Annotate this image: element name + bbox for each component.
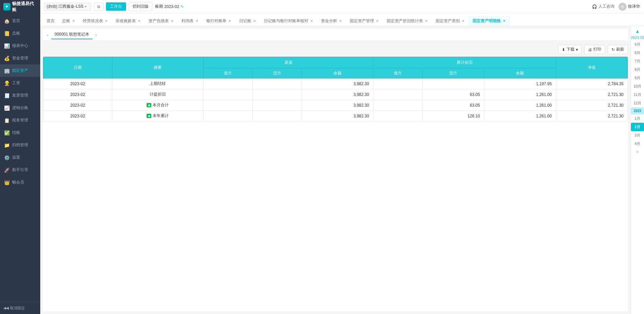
customer-service-button[interactable]: 🎧 人工咨询 bbox=[592, 4, 614, 9]
date-month-10[interactable]: 10月 bbox=[631, 82, 644, 91]
fixed-icon: 🏢 bbox=[4, 68, 9, 73]
tab-close-bank[interactable]: ✕ bbox=[228, 19, 232, 23]
date-month-4[interactable]: 4月 bbox=[631, 140, 644, 148]
sidebar-item-sales[interactable]: 📈进销台账 bbox=[0, 102, 40, 114]
cell-depr-debit bbox=[373, 111, 422, 121]
col-accumulated: 累计折旧 bbox=[373, 57, 556, 68]
date-month-7[interactable]: 7月 bbox=[631, 57, 644, 65]
tab-fixed-detail[interactable]: 固定资产明细账✕ bbox=[469, 16, 510, 26]
sidebar-item-funds[interactable]: 💰资金管理 bbox=[0, 52, 40, 64]
ledger-icon: 📒 bbox=[4, 31, 9, 36]
refresh-button[interactable]: ↻ 刷新 bbox=[608, 45, 628, 54]
tab-fixed-depr[interactable]: 固定资产折旧统计表✕ bbox=[383, 16, 432, 26]
cell-depr-balance: 1,261.00 bbox=[484, 111, 556, 121]
tab-balance[interactable]: 资产负债表✕ bbox=[145, 16, 178, 26]
content-area: ‹ 000001 联想笔记本 › ⬇ 下载 ▾ 🖨 打印 ↻ bbox=[40, 26, 644, 314]
date-scroll-down[interactable]: ○ bbox=[635, 148, 640, 155]
switch-old-button[interactable]: 切到旧版 bbox=[129, 2, 152, 11]
date-month-5[interactable]: 5月 bbox=[631, 40, 644, 49]
sidebar-item-ledger[interactable]: 📒总账 bbox=[0, 27, 40, 40]
tab-close-fund[interactable]: ✕ bbox=[338, 19, 342, 23]
sidebar-item-payroll[interactable]: 👷工资 bbox=[0, 77, 40, 89]
asset-tab-current[interactable]: 000001 联想笔记本 bbox=[51, 30, 93, 39]
tab-close-journal[interactable]: ✕ bbox=[253, 19, 257, 23]
tab-operation[interactable]: 经营状况表✕ bbox=[79, 16, 112, 26]
col-depr-balance: 余额 bbox=[484, 68, 556, 78]
period-edit-icon[interactable]: ✎ bbox=[180, 4, 184, 9]
tab-bank[interactable]: 银行对账单✕ bbox=[203, 16, 235, 26]
tab-ledger[interactable]: 总账✕ bbox=[58, 16, 79, 26]
workbench-button[interactable]: 工作台 bbox=[106, 2, 126, 11]
tab-close-fixed-type[interactable]: ✕ bbox=[461, 19, 465, 23]
sidebar-item-member[interactable]: 👑畅会员 bbox=[0, 176, 40, 189]
sidebar-item-guide[interactable]: 🚀新手引导 bbox=[0, 164, 40, 176]
sidebar-item-settings[interactable]: ⚙️设置 bbox=[0, 151, 40, 164]
tab-close-ledger[interactable]: ✕ bbox=[71, 19, 75, 23]
sidebar-label-tax: 税务管理 bbox=[12, 117, 28, 123]
tab-home[interactable]: 首页 bbox=[43, 16, 58, 26]
tab-profit[interactable]: 利润表✕ bbox=[178, 16, 203, 26]
date-month-9[interactable]: 9月 bbox=[631, 74, 644, 82]
period-value: 2023-02 bbox=[164, 4, 179, 9]
sidebar-label-guide: 新手引导 bbox=[12, 167, 28, 173]
tab-label-journal-bank: 日记账与银行对账单核对 bbox=[264, 18, 308, 24]
cell-orig-credit bbox=[253, 111, 302, 121]
tab-label-profit: 利润表 bbox=[181, 18, 194, 24]
main-container: (勿动) 江西服金-LSS ▾ ⧉ 工作台 切到旧版 账期 2023-02 ✎ … bbox=[40, 0, 644, 314]
sidebar-item-home[interactable]: 🏠首页 bbox=[0, 15, 40, 27]
cell-date: 2023-02 bbox=[43, 78, 112, 89]
col-orig-balance: 余额 bbox=[302, 68, 373, 78]
date-month-11[interactable]: 11月 bbox=[631, 91, 644, 99]
date-month-8[interactable]: 8月 bbox=[631, 65, 644, 74]
data-table-container: 日期 摘要 原值 累计折旧 净值 借方 贷方 余额 借方 贷方 余额 bbox=[43, 57, 628, 311]
tab-fixed-type[interactable]: 固定资产类别✕ bbox=[432, 16, 469, 26]
sidebar-item-invoice[interactable]: 🧾发票管理 bbox=[0, 89, 40, 102]
main-panel: ‹ 000001 联想笔记本 › ⬇ 下载 ▾ 🖨 打印 ↻ bbox=[40, 26, 631, 314]
sidebar-label-reports: 报表中心 bbox=[12, 43, 28, 49]
asset-nav-prev[interactable]: ‹ bbox=[46, 32, 50, 38]
date-month-2-current[interactable]: 2月 bbox=[631, 123, 644, 131]
tab-close-fixed-detail[interactable]: ✕ bbox=[502, 19, 506, 23]
sidebar-item-fixed[interactable]: 🏢固定资产 bbox=[0, 64, 40, 77]
tab-label-ledger: 总账 bbox=[62, 18, 70, 24]
tab-close-fixed-mgmt[interactable]: ✕ bbox=[375, 19, 379, 23]
tab-close-journal-bank[interactable]: ✕ bbox=[310, 19, 314, 23]
date-month-1[interactable]: 1月 bbox=[631, 114, 644, 123]
sidebar-item-reports[interactable]: 📊报表中心 bbox=[0, 40, 40, 52]
col-depr-debit: 借方 bbox=[373, 68, 422, 78]
sidebar-item-settle[interactable]: ✅结账 bbox=[0, 126, 40, 139]
print-button[interactable]: 🖨 打印 bbox=[584, 45, 605, 54]
sidebar-item-archive[interactable]: 📁归档管理 bbox=[0, 139, 40, 151]
cell-net-value: 2,721.30 bbox=[556, 89, 628, 100]
table-row: 2023-02 ■本月合计 3,982.30 63.05 1,261.00 2,… bbox=[43, 100, 628, 111]
download-button[interactable]: ⬇ 下载 ▾ bbox=[558, 45, 582, 54]
date-year-2023-header: 2023.02 bbox=[631, 35, 644, 40]
row-tag: ■ bbox=[147, 114, 151, 118]
tab-close-operation[interactable]: ✕ bbox=[104, 19, 108, 23]
sidebar-cancel-fixed[interactable]: ◀◀ 取消固定 bbox=[3, 306, 37, 311]
tab-close-profit[interactable]: ✕ bbox=[195, 19, 199, 23]
app-logo-text: 畅捷通易代账 bbox=[12, 1, 37, 13]
date-month-3[interactable]: 3月 bbox=[631, 131, 644, 140]
tab-close-balance[interactable]: ✕ bbox=[170, 19, 174, 23]
tab-journal[interactable]: 日记账✕ bbox=[235, 16, 260, 26]
cell-net-value: 2,721.30 bbox=[556, 111, 628, 121]
sidebar-label-settings: 设置 bbox=[12, 155, 20, 160]
tab-close-receivable[interactable]: ✕ bbox=[137, 19, 141, 23]
tab-journal-bank[interactable]: 日记账与银行对账单核对✕ bbox=[260, 16, 317, 26]
tab-close-fixed-depr[interactable]: ✕ bbox=[424, 19, 428, 23]
user-info[interactable]: 徐 徐泽华 bbox=[619, 3, 640, 11]
print-icon: 🖨 bbox=[588, 47, 592, 52]
date-scroll-up[interactable]: ▲ bbox=[634, 28, 641, 35]
tab-fixed-mgmt[interactable]: 固定资产管理✕ bbox=[346, 16, 383, 26]
sidebar-item-tax[interactable]: 📋税务管理 bbox=[0, 114, 40, 126]
tab-receivable[interactable]: 应收账龄表✕ bbox=[112, 16, 145, 26]
company-selector[interactable]: (勿动) 江西服金-LSS ▾ bbox=[44, 3, 91, 10]
date-month-6[interactable]: 6月 bbox=[631, 49, 644, 57]
avatar: 徐 bbox=[619, 3, 627, 11]
tab-fund[interactable]: 资金分析✕ bbox=[317, 16, 346, 26]
copy-button[interactable]: ⧉ bbox=[94, 3, 103, 11]
cell-orig-debit bbox=[203, 78, 252, 89]
asset-nav-next[interactable]: › bbox=[94, 32, 98, 38]
date-month-12[interactable]: 12月 bbox=[631, 99, 644, 107]
